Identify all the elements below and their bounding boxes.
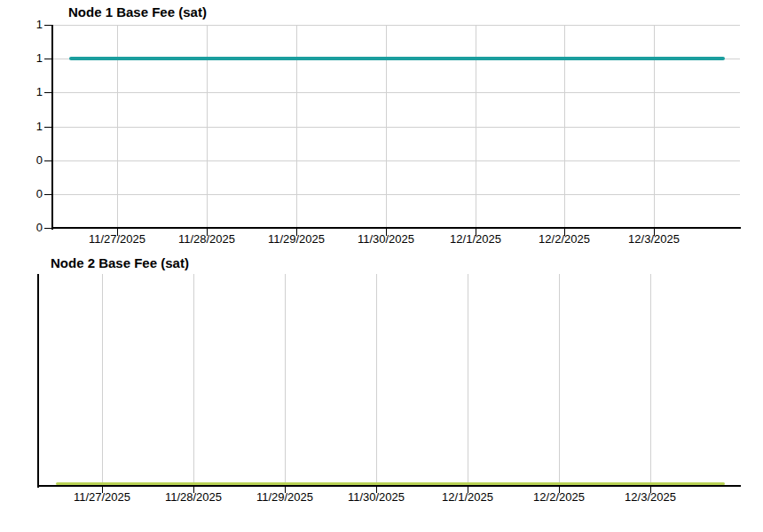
y-tick-mark	[44, 25, 51, 26]
y-tick-mark	[44, 160, 51, 161]
x-tick-label: 11/29/2025	[256, 490, 313, 505]
y-tick-mark	[44, 127, 51, 128]
y-tick-mark	[44, 194, 51, 195]
v-gridline	[117, 25, 118, 228]
v-gridline	[559, 274, 560, 486]
x-tick-label: 11/27/2025	[74, 490, 130, 505]
h-gridline	[52, 25, 740, 26]
v-gridline	[376, 274, 377, 486]
x-tick-label: 12/1/2025	[450, 232, 501, 246]
v-gridline	[468, 274, 468, 486]
y-tick-label: 0	[23, 153, 43, 168]
x-tick-label: 11/28/2025	[178, 232, 235, 246]
h-gridline	[52, 194, 740, 195]
v-gridline	[296, 25, 297, 228]
series-line	[56, 482, 725, 485]
x-tick-label: 11/27/2025	[89, 232, 146, 246]
x-tick-label: 12/1/2025	[442, 490, 493, 505]
y-tick-label: 1	[23, 51, 43, 66]
v-gridline	[193, 274, 194, 486]
chart-title: Node 2 Base Fee (sat)	[51, 255, 189, 271]
v-gridline	[207, 25, 208, 228]
x-tick-label: 12/2/2025	[539, 232, 590, 246]
y-tick-mark	[44, 92, 51, 93]
y-axis-line	[51, 25, 53, 230]
x-tick-label: 11/28/2025	[165, 490, 222, 505]
x-axis-line	[51, 227, 741, 229]
v-gridline	[102, 274, 103, 486]
v-gridline	[650, 274, 651, 486]
h-gridline	[52, 160, 740, 161]
y-tick-label: 1	[23, 120, 43, 134]
v-gridline	[285, 274, 286, 486]
y-tick-mark	[44, 59, 51, 59]
y-tick-label: 0	[23, 221, 43, 235]
y-tick-label: 1	[23, 18, 43, 32]
v-gridline	[564, 25, 565, 228]
v-gridline	[476, 25, 476, 228]
x-tick-label: 11/30/2025	[358, 232, 414, 246]
y-tick-label: 0	[23, 187, 43, 201]
series-line	[69, 57, 725, 60]
chart-canvas: Node 1 Base Fee (sat) 111100011/27/20251…	[0, 0, 763, 532]
x-tick-label: 11/30/2025	[348, 490, 405, 505]
x-tick-label: 12/2/2025	[533, 490, 585, 505]
y-tick-mark	[44, 228, 51, 229]
x-tick-label: 11/29/2025	[268, 232, 325, 246]
y-tick-label: 1	[23, 85, 43, 99]
v-gridline	[386, 25, 387, 228]
chart-title: Node 1 Base Fee (sat)	[68, 4, 207, 20]
y-axis-line	[37, 274, 39, 488]
v-gridline	[654, 25, 655, 228]
x-tick-label: 12/3/2025	[625, 490, 676, 505]
x-axis-line	[37, 485, 741, 487]
h-gridline	[52, 127, 740, 128]
h-gridline	[52, 92, 740, 93]
x-tick-label: 12/3/2025	[628, 232, 680, 246]
